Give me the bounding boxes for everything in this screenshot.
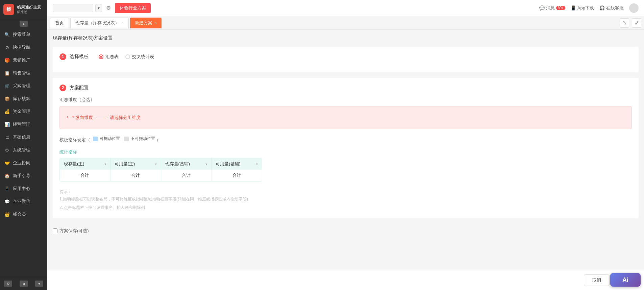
dimension-dash: —— <box>97 115 106 120</box>
col-chevron-2[interactable]: ▾ <box>205 162 207 166</box>
sidebar-item-sales[interactable]: 📋 销售管理 <box>0 67 47 79</box>
template-radio-group: 汇总表 交叉统计表 <box>99 54 154 60</box>
tab-inventory[interactable]: 现存量（库存状况表） × <box>70 18 129 28</box>
toggle-group: 可拖动位置 不可拖动位置 <box>93 136 155 142</box>
basic-icon: 🗂 <box>4 134 10 140</box>
radio-cross[interactable]: 交叉统计表 <box>125 54 154 60</box>
sidebar-item-basic[interactable]: 🗂 基础信息 <box>0 131 47 144</box>
scroll-down-arrow[interactable]: ▼ <box>35 281 43 287</box>
message-btn[interactable]: 💬 消息 99+ <box>539 5 565 11</box>
sidebar-bottom: ⚙ ◀ ▼ <box>0 277 47 290</box>
topbar-gear-icon[interactable]: ⚙ <box>106 5 111 11</box>
col-body-0: 合计 <box>60 170 110 181</box>
save-label: 方案保存(可选) <box>59 228 89 234</box>
col-chevron-1[interactable]: ▾ <box>155 162 157 166</box>
sidebar-scroll-top: ▲ <box>0 19 47 28</box>
radio-label-summary: 汇总表 <box>105 54 119 60</box>
sidebar: 畅 畅康通好生意 标准版 ▲ 🔍 搜索菜单 ⊙ 快捷导航 🎁 营销推广 📋 销售… <box>0 0 47 290</box>
page-footer: 取消 查询 <box>47 270 644 290</box>
sidebar-item-operations[interactable]: 📊 经营管理 <box>0 118 47 131</box>
col-body-3: 合计 <box>212 170 262 181</box>
col-header-3[interactable]: 可用量(基辅) ▾ <box>212 158 262 170</box>
topbar-search-input[interactable] <box>53 4 93 12</box>
headset-icon: 🎧 <box>599 5 605 10</box>
ai-button[interactable]: Ai <box>610 273 641 287</box>
tab-home[interactable]: 首页 <box>50 18 69 28</box>
section1-number: 1 <box>59 53 66 60</box>
sidebar-logo: 畅 畅康通好生意 标准版 <box>0 0 47 19</box>
stats-table: 现存量(主) ▾ 可用量(主) ▾ 现存量(基辅) ▾ 可用量(基辅) <box>59 158 262 182</box>
sidebar-item-appcenter[interactable]: 📱 应用中心 <box>0 182 47 195</box>
indicator-section: 模板指标设定（ 可拖动位置 不可拖动位置 ） 统计指标 <box>59 136 632 182</box>
sidebar-item-finance[interactable]: 💰 资金管理 <box>0 105 47 118</box>
sidebar-item-marketing[interactable]: 🎁 营销推广 <box>0 54 47 67</box>
section2-title: 方案配置 <box>70 85 89 91</box>
col-header-1[interactable]: 可用量(主) ▾ <box>110 158 161 170</box>
tabs-right-controls: ⤡ ⤢ <box>620 18 641 28</box>
radio-dot-summary <box>99 54 103 59</box>
operations-icon: 📊 <box>4 121 10 127</box>
indicator-setting-label: 模板指标设定（ 可拖动位置 不可拖动位置 ） <box>59 136 632 146</box>
topbar: ▾ ⚙ 体验行业方案 💬 消息 99+ 📱 App下载 🎧 在线客服 <box>47 0 644 16</box>
sidebar-item-cooperation[interactable]: 🤝 企业协同 <box>0 156 47 169</box>
cancel-button[interactable]: 取消 <box>584 274 610 286</box>
sales-icon: 📋 <box>4 70 10 76</box>
member-icon: 👑 <box>4 211 10 217</box>
vertical-dimension-label: * 纵向维度 <box>72 115 93 121</box>
purchase-icon: 🛒 <box>4 83 10 89</box>
non-draggable-toggle: 不可拖动位置 <box>124 136 155 142</box>
stats-table-header: 现存量(主) ▾ 可用量(主) ▾ 现存量(基辅) ▾ 可用量(基辅) <box>60 158 262 170</box>
section-template: 1 选择模板 汇总表 交叉统计表 <box>53 47 639 72</box>
stats-section-label: 统计指标 <box>59 149 632 155</box>
hint-2: 2. 点击标题栏下拉可设置排序、插入列和删除列 <box>59 204 632 212</box>
sidebar-item-wechat[interactable]: 💬 企业微信 <box>0 195 47 208</box>
tabs-bar: 首页 现存量（库存状况表） × 新建方案 × ⤡ ⤢ <box>47 16 644 30</box>
dimension-hint[interactable]: 请选择分组维度 <box>110 115 141 121</box>
finance-icon: 💰 <box>4 108 10 115</box>
page-title: 现存量(库存状况表)方案设置 <box>53 35 639 41</box>
save-option: 方案保存(可选) <box>53 224 639 238</box>
scroll-up-btn[interactable]: ▲ <box>20 21 28 27</box>
section1-title: 选择模板 <box>70 54 89 60</box>
wechat-icon: 💬 <box>4 198 10 204</box>
page-content: 现存量(库存状况表)方案设置 1 选择模板 汇总表 交叉统计表 <box>47 30 644 270</box>
sidebar-item-system[interactable]: ⚙ 系统管理 <box>0 144 47 156</box>
message-badge: 99+ <box>556 6 565 10</box>
col-chevron-3[interactable]: ▾ <box>256 162 258 166</box>
col-header-0[interactable]: 现存量(主) ▾ <box>60 158 110 170</box>
tab-inventory-close[interactable]: × <box>121 21 124 25</box>
required-star: * <box>67 115 68 120</box>
sidebar-item-shortcuts[interactable]: ⊙ 快捷导航 <box>0 41 47 54</box>
topbar-input-group: ▾ <box>53 4 102 12</box>
tab-expand-btn[interactable]: ⤢ <box>632 18 641 28</box>
scroll-down-btn[interactable]: ◀ <box>20 281 28 287</box>
support-btn[interactable]: 🎧 在线客服 <box>599 5 624 11</box>
main-area: ▾ ⚙ 体验行业方案 💬 消息 99+ 📱 App下载 🎧 在线客服 首页 <box>47 0 644 290</box>
sidebar-item-member[interactable]: 👑 畅会员 <box>0 208 47 221</box>
stats-table-body: 合计 合计 合计 合计 <box>60 170 262 181</box>
settings-bottom-icon[interactable]: ⚙ <box>4 281 12 287</box>
message-icon: 💬 <box>539 5 545 10</box>
draggable-box <box>93 137 98 141</box>
tab-new-scheme-close[interactable]: × <box>154 21 157 25</box>
col-header-2[interactable]: 现存量(基辅) ▾ <box>161 158 212 170</box>
tab-restore-btn[interactable]: ⤡ <box>620 18 629 28</box>
dimension-config: 汇总维度（必选） * * 纵向维度 —— 请选择分组维度 <box>59 97 632 129</box>
non-draggable-box <box>124 137 129 141</box>
sidebar-item-inventory[interactable]: 📦 库存核算 <box>0 92 47 105</box>
topbar-right: 💬 消息 99+ 📱 App下载 🎧 在线客服 <box>539 3 639 13</box>
radio-dot-cross <box>125 54 130 59</box>
topbar-dropdown[interactable]: ▾ <box>95 4 102 12</box>
save-checkbox[interactable] <box>53 228 57 233</box>
industry-btn[interactable]: 体验行业方案 <box>115 3 151 13</box>
dimension-box: * * 纵向维度 —— 请选择分组维度 <box>59 106 632 129</box>
sidebar-item-search[interactable]: 🔍 搜索菜单 <box>0 28 47 41</box>
app-download-btn[interactable]: 📱 App下载 <box>571 5 594 11</box>
sidebar-item-newuser[interactable]: 🏠 新手引导 <box>0 169 47 182</box>
user-avatar[interactable] <box>629 3 639 13</box>
radio-summary[interactable]: 汇总表 <box>99 54 119 60</box>
col-chevron-0[interactable]: ▾ <box>104 162 106 166</box>
shortcuts-icon: ⊙ <box>4 44 10 50</box>
tab-new-scheme[interactable]: 新建方案 × <box>130 18 162 28</box>
sidebar-item-purchase[interactable]: 🛒 采购管理 <box>0 79 47 92</box>
